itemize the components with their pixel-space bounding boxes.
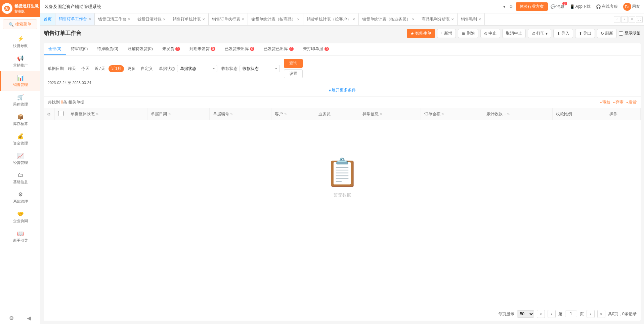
- online-service-btn[interactable]: 🎧 在线客服: [596, 4, 618, 9]
- th-checkbox: [54, 108, 67, 120]
- tab-fullscreen[interactable]: ⛶: [636, 16, 643, 23]
- page-last-btn[interactable]: »: [597, 310, 605, 318]
- sidebar-item-quick-nav[interactable]: ⚡ 快捷导航: [0, 32, 40, 52]
- page-size-select[interactable]: 50 100 200: [517, 310, 534, 318]
- tab-close-icon[interactable]: ✕: [202, 17, 205, 21]
- delete-btn[interactable]: 🗑 删除: [458, 29, 478, 38]
- date-more[interactable]: 更多: [125, 65, 137, 72]
- tab-close-icon[interactable]: ✕: [242, 17, 244, 21]
- sidebar-item-finance[interactable]: 💰 资金管理: [0, 130, 40, 149]
- tab-close-icon[interactable]: ✕: [412, 17, 415, 21]
- user-menu[interactable]: Ea 用友: [623, 3, 640, 11]
- quick-nav-icon: ⚡: [17, 36, 24, 42]
- filter-tab-overdue[interactable]: 到期未发货 0: [185, 43, 220, 55]
- setting-btn[interactable]: 设置: [284, 69, 303, 78]
- show-detail-checkbox[interactable]: [619, 31, 623, 36]
- tab-close-icon[interactable]: ✕: [478, 17, 481, 21]
- tab-close-icon[interactable]: ✕: [297, 17, 300, 21]
- tab-cash-daily[interactable]: 钱货日清工作台 ✕: [95, 13, 134, 26]
- suspend-btn[interactable]: ⊘ 中止: [480, 29, 500, 38]
- app-download-btn[interactable]: 📱 App下载: [570, 4, 591, 9]
- filter-tab-unshipped[interactable]: 未发货 0: [158, 43, 185, 55]
- print-btn[interactable]: 🖨 打印 ▾: [528, 29, 551, 38]
- cancel-suspend-btn[interactable]: 取消中止: [502, 29, 526, 38]
- filter-tab-wangpu[interactable]: 旺铺待发货(0): [123, 43, 158, 55]
- th-operation-label: 操作: [609, 112, 617, 116]
- tab-sales-workbench[interactable]: 销售订单工作台 ✕: [55, 13, 95, 26]
- settings-icon[interactable]: ⚙: [47, 112, 51, 117]
- sidebar-item-base-info[interactable]: 🗂 基础信息: [0, 169, 40, 188]
- filter-tab-shipped-done[interactable]: 已发货已出库 0: [259, 43, 298, 55]
- status-select[interactable]: 单据状态: [177, 65, 217, 72]
- filter-tab-shipped-out[interactable]: 已发货未出库 0: [220, 43, 259, 55]
- search-menu-button[interactable]: 🔍 搜索菜单: [3, 19, 37, 29]
- abandon-audit-btn[interactable]: 弃审: [613, 99, 624, 105]
- tab-goods-margin[interactable]: 商品毛利分析表 ✕: [418, 13, 458, 26]
- refresh-btn[interactable]: ↻ 刷新: [597, 29, 617, 38]
- collapse-icon[interactable]: ◀: [27, 315, 31, 321]
- th-settings[interactable]: ⚙: [44, 108, 54, 120]
- system-dropdown[interactable]: ▾: [503, 4, 505, 9]
- show-detail-checkbox-label[interactable]: 显示明细: [619, 31, 641, 36]
- tab-scroll-right[interactable]: ›: [621, 16, 628, 23]
- filter-tab-pending[interactable]: 待审核(0): [66, 43, 93, 55]
- sidebar-item-enterprise[interactable]: 🤝 企业协同: [0, 207, 40, 227]
- date-7days[interactable]: 近7天: [93, 65, 107, 72]
- tab-shipment-customer[interactable]: 销货单统计表（按客户） ✕: [303, 13, 359, 26]
- tab-close-icon[interactable]: ✕: [88, 17, 91, 21]
- sidebar-item-purchase[interactable]: 🛒 采购管理: [0, 91, 40, 110]
- page-suffix: 页: [580, 311, 584, 317]
- filter-tab-unprinted[interactable]: 未打印单据 0: [298, 43, 334, 55]
- sidebar-item-sales[interactable]: 📊 销售管理: [0, 71, 40, 91]
- date-1month[interactable]: 近1月: [109, 65, 124, 72]
- tab-cash-reconcile[interactable]: 钱货日清对账 ✕: [134, 13, 169, 26]
- smart-create-btn[interactable]: ★ 智能生单: [407, 29, 435, 38]
- message-btn[interactable]: 💬 消息 6: [551, 4, 564, 9]
- page-prev-btn[interactable]: ‹: [548, 310, 556, 318]
- sidebar-item-system[interactable]: ⚙ 系统管理: [0, 188, 40, 207]
- filter-tab-wangpu-label: 旺铺待发货(0): [128, 46, 153, 51]
- tab-close-icon[interactable]: ✕: [451, 17, 454, 21]
- tab-shipment-product[interactable]: 销货单统计表（按商品） ✕: [248, 13, 303, 26]
- expand-conditions-btn[interactable]: ▾ 展开更多条件: [329, 87, 356, 93]
- gear-icon[interactable]: ⚙: [509, 4, 513, 9]
- tab-close-icon[interactable]: ✕: [128, 17, 130, 21]
- new-btn[interactable]: + 新增: [437, 29, 456, 38]
- sidebar-item-inventory[interactable]: 📦 库存核算: [0, 110, 40, 130]
- import-btn[interactable]: ⬇ 导入: [553, 29, 573, 38]
- filter-tab-all[interactable]: 全部(0): [44, 43, 66, 55]
- ship-btn[interactable]: 发货: [626, 99, 637, 105]
- tab-close-icon[interactable]: ✕: [352, 17, 355, 21]
- tab-close-icon[interactable]: ✕: [163, 17, 166, 21]
- sidebar-item-guide[interactable]: 📖 新手引导: [0, 227, 40, 246]
- tab-shipment-staff[interactable]: 销货单统计表（按业务员） ✕: [359, 13, 418, 26]
- select-all-checkbox[interactable]: [58, 111, 63, 116]
- query-btn[interactable]: 查询: [284, 59, 303, 68]
- payment-select[interactable]: 收款状态: [240, 65, 280, 72]
- industry-btn[interactable]: 体验行业方案: [516, 2, 548, 11]
- tab-close-all[interactable]: ✕: [629, 16, 635, 23]
- status-label: 单据状态: [159, 66, 175, 72]
- filter-tab-inspect[interactable]: 待择验货(0): [92, 43, 123, 55]
- page-first-btn[interactable]: «: [537, 310, 545, 318]
- tab-home[interactable]: 首页: [40, 13, 55, 26]
- audit-btn[interactable]: 审核: [600, 99, 610, 105]
- th-payment-ratio-label: 收款比例: [556, 112, 572, 116]
- page-next-btn[interactable]: ›: [587, 310, 595, 318]
- table-scroll[interactable]: ⚙ 单据整体状态 ⇅: [44, 108, 641, 307]
- date-custom[interactable]: 自定义: [139, 65, 155, 72]
- tab-scroll-left[interactable]: ‹: [614, 16, 620, 23]
- tab-sales-gross[interactable]: 销售毛利 ✕: [458, 13, 485, 26]
- sidebar-item-marketing[interactable]: 📢 营销推广: [0, 52, 40, 71]
- export-btn[interactable]: ⬆ 导出: [575, 29, 595, 38]
- sidebar-item-operations[interactable]: 📈 经营管理: [0, 149, 40, 169]
- settings-icon[interactable]: ⚙: [9, 315, 14, 321]
- sidebar: 好 畅捷通好生意 标准版 🔍 搜索菜单 ⚡ 快捷导航 📢 营销推广 📊 销售管理: [0, 0, 40, 324]
- overdue-badge: 0: [211, 47, 215, 51]
- tab-sales-stat[interactable]: 销售订单统计表 ✕: [169, 13, 209, 26]
- tab-sales-exec[interactable]: 销售订单执行表 ✕: [209, 13, 248, 26]
- date-yesterday[interactable]: 昨天: [66, 65, 78, 72]
- date-today[interactable]: 今天: [79, 65, 91, 72]
- page-input[interactable]: [565, 311, 577, 317]
- tab-home-label: 首页: [44, 16, 52, 22]
